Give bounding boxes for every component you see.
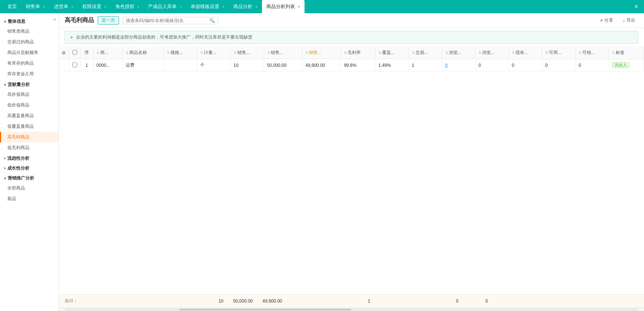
close-product-analysis-icon[interactable]: × xyxy=(255,5,258,9)
chevron-right-icon: > xyxy=(4,156,6,160)
sidebar-item-low-value[interactable]: 低价值商品 xyxy=(0,100,58,111)
nav-product-analysis-list[interactable]: 商品分析列表 × xyxy=(262,0,305,13)
col-view2-header[interactable]: ⇅浏览... xyxy=(475,47,509,59)
sidebar-item-high-margin[interactable]: 高毛利商品 xyxy=(0,132,58,142)
footer-label: 合计： xyxy=(65,298,94,304)
close-sales-order-icon[interactable]: × xyxy=(43,5,45,9)
select-all-checkbox[interactable] xyxy=(72,50,77,55)
chevron-down-icon: ∨ xyxy=(4,19,6,23)
close-permission-setting-icon[interactable]: × xyxy=(104,5,107,9)
sidebar-group-marketing[interactable]: ∨ 营销推广分析 xyxy=(0,173,58,183)
col-tag-header[interactable]: ⇅标签 xyxy=(609,47,644,59)
top-nav: 首页 销售单 × 进货单 × 权限设置 × 角色授权 × 产成品入库单 × 单据… xyxy=(0,0,644,13)
main-layout: « ∨ 整体信息 销售类商品 交易过的商品 商品分贡献频率 有库存的商品 库存资… xyxy=(0,13,644,311)
col-spec-header[interactable]: ⇅规格... xyxy=(164,47,197,59)
col-seq-header: 序 xyxy=(80,47,93,59)
sidebar-item-stocked-goods[interactable]: 有库存的商品 xyxy=(0,58,58,69)
close-bill-template-icon[interactable]: × xyxy=(222,5,224,9)
table-row: 1 0000... 运费 个 10 50,000.00 49,900.00 99… xyxy=(59,59,644,72)
content-header: 高毛利商品 近一月 🔍 ↗ 分享 ↓ 导出 xyxy=(59,13,644,28)
search-input[interactable] xyxy=(126,18,208,23)
col-settings-header[interactable]: ⚙ xyxy=(59,47,69,59)
sidebar-group-contribution[interactable]: ∨ 贡献量分析 xyxy=(0,79,58,89)
sidebar-item-contribution-rate[interactable]: 商品分贡献频率 xyxy=(0,47,58,58)
close-product-analysis-list-icon[interactable]: × xyxy=(298,5,300,9)
row-settings-cell xyxy=(59,59,69,72)
sidebar-item-traded-goods[interactable]: 交易过的商品 xyxy=(0,37,58,47)
row-check-cell[interactable] xyxy=(69,59,80,72)
row-view2-cell: 0 xyxy=(475,59,509,72)
row-tag-cell: 高收入 xyxy=(609,59,644,72)
row-sales-profit-cell: 49,900.00 xyxy=(302,59,341,72)
table-footer: 合计： 10 50,000.00 49,900.00 1 0 0 xyxy=(59,294,644,307)
row-coverage-cell: 1.49% xyxy=(375,59,409,72)
col-sales-profit-header[interactable]: ⇅销售... xyxy=(302,47,341,59)
close-purchase-order-icon[interactable]: × xyxy=(71,5,73,9)
col-view1-header[interactable]: ⇅浏览... xyxy=(442,47,475,59)
col-saleable-header[interactable]: ⇅可销... xyxy=(575,47,609,59)
col-code-header[interactable]: ⇅商... xyxy=(93,47,123,59)
sidebar-item-all-goods[interactable]: 全部商品 xyxy=(0,183,58,194)
table-wrapper[interactable]: ⚙ 序 ⇅商... ⇅商品名称 ⇅规格... ⇅计量... ⇅销售... ⇅销售… xyxy=(59,47,644,294)
row-saleable-cell: 0 xyxy=(575,59,609,72)
sidebar-collapse-button[interactable]: « xyxy=(53,16,56,22)
row-code-cell: 0000... xyxy=(93,59,123,72)
nav-product-inbound[interactable]: 产成品入库单 × xyxy=(144,0,186,13)
col-available-stock-header[interactable]: ⇅可用... xyxy=(542,47,576,59)
nav-sales-order[interactable]: 销售单 × xyxy=(21,0,50,13)
nav-role-auth[interactable]: 角色授权 × xyxy=(111,0,144,13)
sidebar-item-high-coverage[interactable]: 高覆盖量商品 xyxy=(0,111,58,121)
row-available-stock-cell: 0 xyxy=(542,59,576,72)
row-name-cell: 运费 xyxy=(123,59,164,72)
row-seq-cell: 1 xyxy=(80,59,93,72)
sidebar-group-overall[interactable]: ∨ 整体信息 xyxy=(0,16,58,26)
col-current-stock-header[interactable]: ⇅现有... xyxy=(509,47,542,59)
view1-link[interactable]: 0 xyxy=(445,63,448,68)
content-area: 高毛利商品 近一月 🔍 ↗ 分享 ↓ 导出 ✦ 企业的主要的利润都是这部分商品创… xyxy=(59,13,644,311)
footer-sales-qty: 10 xyxy=(197,299,226,304)
sidebar-item-stock-capital[interactable]: 库存资金占用 xyxy=(0,69,58,79)
product-table: ⚙ 序 ⇅商... ⇅商品名称 ⇅规格... ⇅计量... ⇅销售... ⇅销售… xyxy=(59,47,644,72)
sidebar-item-low-margin[interactable]: 低毛利商品 xyxy=(0,142,58,153)
filter-recent-month-button[interactable]: 近一月 xyxy=(98,16,119,25)
col-sales-amount-header[interactable]: ⇅销售... xyxy=(264,47,302,59)
scrollbar-track xyxy=(65,308,638,311)
sidebar-item-high-value[interactable]: 高价值商品 xyxy=(0,89,58,100)
sidebar-group-trend[interactable]: > 流趋性分析 xyxy=(0,153,58,163)
sidebar: « ∨ 整体信息 销售类商品 交易过的商品 商品分贡献频率 有库存的商品 库存资… xyxy=(0,13,59,311)
col-unit-header[interactable]: ⇅计量... xyxy=(197,47,230,59)
sidebar-group-growth[interactable]: > 成长性分析 xyxy=(0,163,58,173)
nav-bill-template[interactable]: 单据模板设置 × xyxy=(186,0,229,13)
col-name-header[interactable]: ⇅商品名称 xyxy=(123,47,164,59)
sidebar-item-new-goods[interactable]: 新品 xyxy=(0,194,58,204)
nav-permission-setting[interactable]: 权限设置 × xyxy=(78,0,111,13)
row-view1-cell[interactable]: 0 xyxy=(442,59,475,72)
row-checkbox[interactable] xyxy=(72,62,77,67)
sidebar-item-low-coverage[interactable]: 低覆盖量商品 xyxy=(0,121,58,132)
sidebar-item-sales-goods[interactable]: 销售类商品 xyxy=(0,26,58,37)
scrollbar-thumb[interactable] xyxy=(179,308,351,311)
col-gross-margin-header[interactable]: ⇅毛利率 xyxy=(341,47,375,59)
chevron-right-icon-2: > xyxy=(4,166,6,170)
nav-home[interactable]: 首页 xyxy=(3,0,21,13)
col-check-header[interactable] xyxy=(69,47,80,59)
close-all-button[interactable]: × xyxy=(631,3,641,11)
col-coverage-header[interactable]: ⇅覆盖... xyxy=(375,47,409,59)
page-title: 高毛利商品 xyxy=(65,17,94,24)
row-current-stock-cell: 0 xyxy=(509,59,542,72)
col-sales-qty-header[interactable]: ⇅销售... xyxy=(230,47,264,59)
close-product-inbound-icon[interactable]: × xyxy=(180,5,182,9)
bottom-scrollbar[interactable] xyxy=(59,307,644,311)
export-button[interactable]: ↓ 导出 xyxy=(620,17,638,24)
search-input-wrap[interactable]: 🔍 xyxy=(123,17,218,24)
row-sales-qty-cell: 10 xyxy=(230,59,264,72)
chevron-down-icon-2: ∨ xyxy=(4,83,6,87)
nav-purchase-order[interactable]: 进货单 × xyxy=(50,0,78,13)
nav-product-analysis[interactable]: 商品分析 × xyxy=(229,0,262,13)
close-role-auth-icon[interactable]: × xyxy=(137,5,140,9)
col-transaction-header[interactable]: ⇅交易... xyxy=(409,47,442,59)
info-banner: ✦ 企业的主要的利润都是这部分商品创造的，可考虑加大推广，同时关注库存是不要出现… xyxy=(65,31,638,44)
search-icon[interactable]: 🔍 xyxy=(209,18,215,23)
share-button[interactable]: ↗ 分享 xyxy=(596,17,616,24)
export-icon: ↓ xyxy=(623,18,625,23)
